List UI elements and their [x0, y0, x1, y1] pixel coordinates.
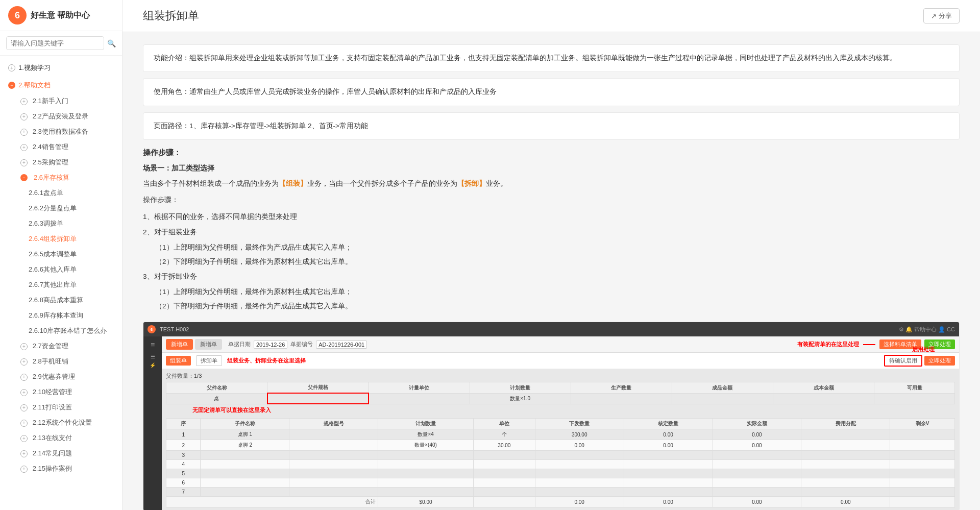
label-newcomer: 2.1新手入门 [33, 97, 68, 105]
label-capital: 2.7资金管理 [33, 342, 68, 350]
label-print: 2.11打印设置 [33, 403, 72, 411]
sidebar-item-mobile[interactable]: + 2.8手机旺铺 [14, 354, 122, 369]
sim-topbar-icons: ⚙ 🔔 帮助中心 👤 CC [899, 326, 955, 333]
scene1-title: 场景一：加工类型选择 [143, 164, 960, 173]
sidebar-item-2-6-4[interactable]: 2.6.4组装拆卸单 [24, 231, 122, 247]
page-path-card: 页面路径：1、库存核算->库存管理->组装拆卸单 2、首页->常用功能 [143, 112, 960, 140]
page-title: 组装拆卸单 [143, 8, 199, 23]
expand-icon-online-pay: + [20, 435, 28, 442]
sidebar-item-inventory[interactable]: − 2.6库存核算 [14, 170, 122, 185]
search-input[interactable] [6, 36, 104, 50]
sim-lth-7: 实际金额 [713, 419, 801, 429]
sidebar-item-2-6-3[interactable]: 2.6.3调拨单 [24, 216, 122, 231]
scene1-desc: 当由多个子件材料组装成一个成品的业务为【组装】业务，当由一个父件拆分成多个子产品… [143, 177, 960, 190]
sidebar-header: 6 好生意 帮助中心 [0, 0, 122, 31]
sidebar-section-videos: + 1.视频学习 [0, 60, 122, 76]
sidebar-item-2-6-6[interactable]: 2.6.6其他入库单 [24, 262, 122, 277]
function-intro-text: 功能介绍：组装拆卸单用来处理企业组装或拆卸等加工业务，支持有固定装配清单的产品加… [154, 54, 897, 62]
search-box[interactable]: 🔍 [0, 31, 122, 56]
app-logo: 6 [8, 6, 27, 25]
app-title: 好生意 帮助中心 [31, 10, 90, 21]
annotation1-label: 有装配清单的在这里处理 [797, 341, 859, 348]
sim-lower-row4: 4 [166, 460, 955, 469]
label-coupons: 2.9优惠券管理 [33, 373, 75, 380]
nav-tree: + 1.视频学习 − 2.帮助文档 + 2.1新手入门 + 2.2产品安装及登录 [0, 56, 122, 510]
sim-main-area: 新增单 新增单 单据日期 2019-12-26 单据编号 AD-20191226… [162, 336, 959, 510]
expand-icon-ops: + [20, 389, 28, 396]
sim-upper-table: 父件名称 父件规格 计量单位 计划数量 生产数量 成品金额 成本金额 可用量 [166, 382, 955, 404]
sim-sub-nav: 组装单 拆卸单 组装业务、拆卸业务在这里选择 待确认启用 立即处理 启用处理 [162, 353, 959, 369]
label-cases: 2.15操作案例 [33, 465, 72, 472]
sim-lower-table-area: 序 子件名称 规格型号 计划数量 单位 下发数量 核定数量 实际金额 [162, 415, 959, 510]
sim-th-2: 计量单位 [369, 382, 470, 394]
sim-tab-bar: 新增单 新增单 单据日期 2019-12-26 单据编号 AD-20191226… [162, 336, 959, 353]
step3-sub2: （2）下部明细为子件明细，最终作为产成品生成其它入库单。 [155, 299, 960, 313]
sidebar-label-help: 2.帮助文档 [18, 81, 51, 90]
screenshot-inner: 6 TEST-H002 ⚙ 🔔 帮助中心 👤 CC ≡ ☰ ⚡ [143, 322, 959, 510]
expand-icon-system: + [20, 420, 28, 427]
sim-nav-icon1: ≡ [151, 341, 155, 349]
step2-sublist: （1）上部明细为父件明细，最终作为产成品生成其它入库单； （2）下部明细为子件明… [143, 240, 960, 270]
label-mobile: 2.8手机旺铺 [33, 357, 68, 365]
sim-app: 6 TEST-H002 ⚙ 🔔 帮助中心 👤 CC ≡ ☰ ⚡ [143, 322, 959, 510]
sim-lower-row6: 6 [166, 478, 955, 488]
sidebar-item-2-6-7[interactable]: 2.6.7其他出库单 [24, 277, 122, 293]
expand-icon-inventory: − [20, 174, 28, 181]
sidebar-item-newcomer[interactable]: + 2.1新手入门 [14, 93, 122, 109]
sidebar-item-print[interactable]: + 2.11打印设置 [14, 400, 122, 415]
sim-th-4: 生产数量 [571, 382, 672, 394]
sidebar-item-online-pay[interactable]: + 2.13在线支付 [14, 430, 122, 446]
sidebar-item-capital[interactable]: + 2.7资金管理 [14, 338, 122, 354]
expand-icon-cases: + [20, 466, 28, 473]
share-button[interactable]: ↗ 分享 [923, 8, 960, 23]
sim-left-nav: ≡ ☰ ⚡ [143, 336, 162, 510]
sim-upper-title: 父件数量：1/3 [166, 372, 955, 380]
step2-sub2: （2）下部明细为子件明细，最终作为原材料生成其它出库单。 [155, 255, 960, 269]
sim-tab-new[interactable]: 新增单 [166, 339, 193, 350]
expand-icon-coupons: + [20, 374, 28, 381]
sim-type-btn[interactable]: 组装单 [166, 356, 191, 366]
role-intro-card: 使用角色：通常由生产人员或库管人员完成拆装业务的操作，库管人员确认原材料的出库和… [143, 78, 960, 106]
ops-steps-title: 操作步骤： [143, 148, 960, 158]
sidebar-item-2-6-1[interactable]: 2.6.1盘点单 [24, 185, 122, 201]
step2: 2、对于组装业务 [143, 225, 960, 240]
sidebar-item-ops[interactable]: + 2.10经营管理 [14, 384, 122, 400]
step2-sub1: （1）上部明细为父件明细，最终作为产成品生成其它入库单； [155, 240, 960, 255]
sidebar-item-data-prep[interactable]: + 2.3使用前数据准备 [14, 124, 122, 139]
search-icon[interactable]: 🔍 [107, 39, 116, 47]
label-online-pay: 2.13在线支付 [33, 434, 72, 442]
sidebar-item-purchase[interactable]: + 2.5采购管理 [14, 155, 122, 170]
sidebar-item-faq[interactable]: + 2.14常见问题 [14, 446, 122, 461]
sim-body: ≡ ☰ ⚡ 新增单 新增单 单据日期 2019-12-26 [143, 336, 959, 510]
sidebar-item-system[interactable]: + 2.12系统个性化设置 [14, 415, 122, 430]
sim-lth-3: 计划数量 [378, 419, 474, 429]
sidebar-item-help[interactable]: − 2.帮助文档 [0, 77, 122, 93]
sim-enable-btn[interactable]: 立即处理 [924, 356, 955, 366]
expand-icon-data-prep: + [20, 129, 28, 136]
sim-lower-row5: 5 [166, 469, 955, 478]
sidebar-item-2-6-2[interactable]: 2.6.2分量盘点单 [24, 201, 122, 216]
sidebar-item-videos[interactable]: + 1.视频学习 [0, 60, 122, 76]
label-purchase: 2.5采购管理 [33, 158, 68, 166]
sidebar-item-install[interactable]: + 2.2产品安装及登录 [14, 109, 122, 124]
expand-icon-mobile: + [20, 358, 28, 366]
sidebar-item-2-6-10[interactable]: 2.6.10库存账本错了怎么办 [24, 323, 122, 338]
sim-topbar: 6 TEST-H002 ⚙ 🔔 帮助中心 👤 CC [143, 322, 959, 336]
label-install: 2.2产品安装及登录 [33, 112, 88, 120]
label-data-prep: 2.3使用前数据准备 [33, 128, 88, 135]
sim-upper-row1: 桌 数量×1.0 [166, 393, 955, 404]
step3-sub1: （1）上部明细为父件明细，最终作为原材料生成其它出库单； [155, 285, 960, 299]
sidebar-label-videos: 1.视频学习 [18, 63, 51, 72]
sidebar-item-coupons[interactable]: + 2.9优惠券管理 [14, 369, 122, 384]
sidebar-item-2-6-9[interactable]: 2.6.9库存账本查询 [24, 308, 122, 323]
content-area: 功能介绍：组装拆卸单用来处理企业组装或拆卸等加工业务，支持有固定装配清单的产品加… [122, 32, 980, 510]
sim-type-btn2[interactable]: 拆卸单 [196, 355, 222, 366]
sidebar-item-2-6-8[interactable]: 2.6.8商品成本重算 [24, 293, 122, 308]
sim-enable-field: 待确认启用 [884, 355, 922, 367]
sidebar-item-sales[interactable]: + 2.4销售管理 [14, 139, 122, 155]
sim-lth-0: 序 [166, 419, 201, 429]
sidebar-item-2-6-5[interactable]: 2.6.5成本调整单 [24, 247, 122, 262]
sidebar-item-cases[interactable]: + 2.15操作案例 [14, 461, 122, 476]
sim-tab-list[interactable]: 新增单 [195, 339, 222, 350]
sim-enable-label: 待确认启用 [889, 357, 917, 363]
